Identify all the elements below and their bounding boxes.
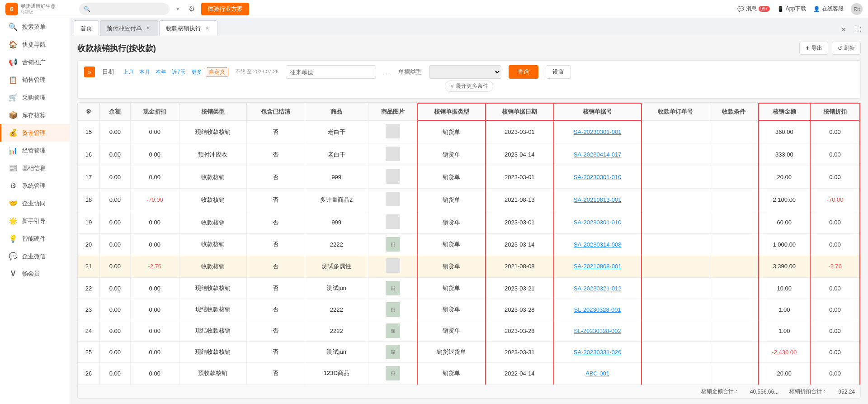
cell-cancel-bill-no[interactable]: SA-20230301-001 — [554, 120, 642, 143]
cell-cancel-bill-date: 2023-03-28 — [486, 320, 554, 342]
bill-type-select[interactable] — [429, 65, 501, 79]
cell-cancel-bill-no[interactable]: SA-20230301-010 — [554, 211, 642, 234]
cell-cancel-type: 现结收款核销 — [179, 320, 246, 342]
product-image — [386, 147, 400, 161]
query-btn[interactable]: 查询 — [509, 65, 538, 79]
top-search-bar[interactable]: 🔍 — [79, 3, 170, 15]
table-scroll[interactable]: ⚙ 余额 现金折扣 核销类型 包含已结清 商品 商品图片 核销单据类型 核销单据… — [78, 103, 860, 385]
cell-cancel-amount: 10.00 — [759, 278, 810, 299]
cell-cancel-bill-type: 销货单 — [417, 299, 486, 320]
this-year-btn[interactable]: 本年 — [154, 67, 168, 77]
filter-settings-btn[interactable]: 设置 — [546, 65, 571, 79]
cell-include-settled: 否 — [247, 189, 305, 211]
product-image: 🖼 — [386, 302, 400, 317]
sidebar-item-basic[interactable]: 📰 基础信息 — [0, 159, 70, 177]
sidebar-item-operations[interactable]: 📊 经营管理 — [0, 142, 70, 159]
cell-cancel-bill-date: 2023-03-14 — [486, 234, 554, 255]
cell-cancel-amount: 360.00 — [759, 120, 810, 143]
cell-cancel-bill-type: 销货单 — [417, 278, 486, 299]
cell-cancel-bill-no[interactable]: SA-20230414-017 — [554, 143, 642, 166]
online-service-item[interactable]: 👤 在线客服 — [813, 5, 844, 13]
finance-icon: 💰 — [9, 128, 18, 137]
sidebar-item-purchase[interactable]: 🛒 采购管理 — [0, 89, 70, 106]
sidebar-item-shortcuts[interactable]: 🏠 快捷导航 — [0, 36, 70, 53]
tab-bar-actions: ✕ ⛶ — [837, 23, 864, 36]
app-download-item[interactable]: 📱 App下载 — [777, 5, 806, 13]
cell-cancel-bill-no[interactable]: SA-20230314-008 — [554, 234, 642, 255]
sidebar-item-inventory[interactable]: 📦 库存核算 — [0, 106, 70, 124]
cell-balance: 0.00 — [100, 363, 130, 384]
expand-conditions-btn[interactable]: ∨ 展开更多条件 — [445, 81, 493, 92]
cell-cancel-bill-date: 2023-03-21 — [486, 278, 554, 299]
wechat-icon: 💬 — [9, 252, 18, 261]
sidebar-item-wechat[interactable]: 💬 企业微信 — [0, 247, 70, 265]
cell-cancel-amount: 2,100.00 — [759, 189, 810, 211]
sidebar-label-guide: 新手引导 — [22, 217, 46, 225]
sidebar-item-vip[interactable]: V 畅会员 — [0, 265, 70, 282]
sidebar-item-finance[interactable]: 💰 资金管理 — [0, 124, 70, 142]
cell-cancel-bill-type: 销货单 — [417, 255, 486, 278]
sidebar-item-sales[interactable]: 📋 销售管理 — [0, 71, 70, 89]
sidebar-item-enterprise[interactable]: 🤝 企业协同 — [0, 195, 70, 212]
trial-btn[interactable]: 体验行业方案 — [201, 3, 249, 15]
sidebar-item-guide[interactable]: 🌟 新手引导 — [0, 212, 70, 230]
user-info[interactable]: Rit — [851, 3, 863, 15]
cell-cancel-bill-no[interactable]: SA-20230331-026 — [554, 342, 642, 363]
last-month-btn[interactable]: 上月 — [121, 67, 136, 77]
cell-seq: 25 — [78, 342, 100, 363]
sidebar-item-marketing[interactable]: 📢 营销推广 — [0, 53, 70, 71]
settings-icon[interactable]: ⚙ — [186, 3, 198, 15]
custom-date-btn[interactable]: 自定义 — [206, 67, 228, 77]
cell-product-image — [368, 211, 417, 234]
cell-cancel-bill-no[interactable]: SL-20230328-001 — [554, 299, 642, 320]
cell-cash-discount: 0.00 — [130, 299, 179, 320]
from-unit-input[interactable] — [286, 65, 376, 79]
cell-balance: 0.00 — [100, 234, 130, 255]
cell-seq: 21 — [78, 255, 100, 278]
cell-cancel-discount: 0.00 — [810, 211, 860, 234]
tab-home-label: 首页 — [80, 24, 92, 33]
cell-receipt-order-no — [642, 234, 709, 255]
cell-include-settled: 否 — [247, 299, 305, 320]
cell-balance: 0.00 — [100, 278, 130, 299]
cell-cancel-bill-no[interactable]: SA-20210808-001 — [554, 255, 642, 278]
hardware-icon: 💡 — [9, 234, 18, 243]
cell-cancel-bill-no[interactable]: SL-20230328-002 — [554, 320, 642, 342]
cell-receipt-condition — [709, 342, 758, 363]
cell-product-image: 🖼 — [368, 342, 417, 363]
refresh-btn[interactable]: ↺ 刷新 — [832, 42, 861, 55]
dropdown-icon[interactable]: ▾ — [173, 5, 182, 14]
tab-prepay[interactable]: 预付冲应付单 ✕ — [100, 20, 158, 36]
sidebar-item-search[interactable]: 🔍 搜索菜单 — [0, 18, 70, 36]
tab-bar: 首页 预付冲应付单 ✕ 收款核销执行 ✕ ✕ ⛶ — [70, 18, 868, 36]
cell-cancel-bill-no[interactable]: SA-20210813-001 — [554, 189, 642, 211]
tab-expand-btn[interactable]: ⛶ — [852, 23, 864, 36]
notification-item[interactable]: 💬 消息 99+ — [737, 5, 770, 13]
sidebar-item-hardware[interactable]: 💡 智能硬件 — [0, 230, 70, 247]
cell-cancel-amount: 20.00 — [759, 166, 810, 189]
tab-receipt-cancel[interactable]: 收款核销执行 ✕ — [159, 20, 217, 36]
operations-icon: 📊 — [9, 146, 18, 155]
last-7-days-btn[interactable]: 近7天 — [170, 67, 188, 77]
more-date-btn[interactable]: 更多 — [189, 67, 204, 77]
cell-cancel-bill-no[interactable]: SA-20230301-010 — [554, 166, 642, 189]
cell-cancel-type: 现结收款核销 — [179, 299, 246, 320]
col-header-product-image: 商品图片 — [368, 103, 417, 120]
tab-close-all-btn[interactable]: ✕ — [837, 23, 850, 36]
cell-cancel-bill-no[interactable]: SA-20230321-012 — [554, 278, 642, 299]
notification-label: 消息 — [746, 5, 757, 13]
expand-conditions-row: ∨ 展开更多条件 — [84, 81, 854, 92]
col-header-cancel-amount: 核销金额 — [759, 103, 810, 120]
this-month-btn[interactable]: 本月 — [137, 67, 152, 77]
cell-cancel-bill-no[interactable]: ABC-001 — [554, 363, 642, 384]
cell-cancel-amount: 20.00 — [759, 363, 810, 384]
tab-receipt-cancel-close[interactable]: ✕ — [204, 25, 211, 32]
tab-home[interactable]: 首页 — [74, 20, 99, 36]
cell-receipt-order-no — [642, 342, 709, 363]
tab-prepay-close[interactable]: ✕ — [145, 25, 151, 32]
export-btn[interactable]: ⬆ 导出 — [799, 42, 828, 55]
sidebar-item-system[interactable]: ⚙ 系统管理 — [0, 177, 70, 195]
cell-cancel-discount: 0.00 — [810, 342, 860, 363]
sidebar-label-inventory: 库存核算 — [22, 111, 46, 119]
filter-expand-btn[interactable]: » — [84, 67, 95, 77]
